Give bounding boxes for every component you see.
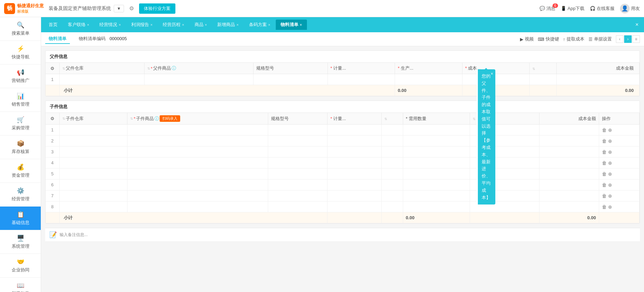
copy-row-7-btn[interactable]: ⊕: [608, 193, 612, 199]
copy-row-3-btn[interactable]: ⊕: [608, 149, 612, 155]
tab-business-history[interactable]: 经营历程 ×: [158, 20, 189, 30]
tab-new-product[interactable]: 新增商品 ×: [212, 20, 243, 30]
app-download-btn[interactable]: 📱 App下载: [561, 5, 584, 12]
child-row-6-unit[interactable]: [327, 179, 381, 190]
child-row-8-product[interactable]: [127, 201, 268, 212]
single-setting-btn[interactable]: ☰ 单据设置: [589, 36, 612, 42]
delete-row-6-btn[interactable]: 🗑: [602, 182, 607, 188]
child-row-1-quantity[interactable]: [403, 125, 470, 136]
child-row-7-product[interactable]: [127, 190, 268, 201]
parent-row-1-production[interactable]: [395, 74, 462, 85]
close-customers-icon[interactable]: ×: [87, 23, 89, 27]
child-row-7-warehouse[interactable]: [59, 190, 127, 201]
child-row-3-spec[interactable]: [268, 147, 327, 157]
close-products-icon[interactable]: ×: [205, 23, 207, 27]
child-row-3-warehouse[interactable]: [59, 147, 127, 157]
tab-barcode[interactable]: 条码方案 ×: [244, 20, 275, 30]
child-row-5-product[interactable]: [127, 168, 268, 179]
copy-row-6-btn[interactable]: ⊕: [608, 182, 612, 188]
child-row-8-unit[interactable]: [327, 201, 381, 212]
delete-row-3-btn[interactable]: 🗑: [602, 149, 607, 155]
child-row-6-quantity[interactable]: [403, 179, 470, 190]
close-profit-icon[interactable]: ×: [150, 23, 152, 27]
trial-button[interactable]: 体验行业方案: [139, 3, 175, 14]
system-dropdown-btn[interactable]: ▼: [114, 5, 124, 12]
view-video-btn[interactable]: ▶ 视频: [520, 36, 534, 42]
nav-next-btn[interactable]: ›: [624, 35, 632, 43]
close-newproduct-icon[interactable]: ×: [236, 23, 238, 27]
close-bom-icon[interactable]: ×: [300, 23, 302, 27]
child-row-2-quantity[interactable]: [403, 136, 470, 147]
child-col-settings[interactable]: ⚙: [46, 113, 59, 125]
sidebar-item-purchase[interactable]: 🛒 采购管理: [0, 112, 41, 136]
sidebar-item-system[interactable]: 🖥️ 系统管理: [0, 230, 41, 254]
child-row-6-warehouse[interactable]: [59, 179, 127, 190]
copy-row-4-btn[interactable]: ⊕: [608, 160, 612, 166]
child-row-1-spec[interactable]: [268, 125, 327, 136]
child-row-2-spec[interactable]: [268, 136, 327, 147]
sidebar-item-basic-info[interactable]: 📋 基础信息: [0, 207, 41, 230]
sidebar-item-sales[interactable]: 📊 销售管理: [0, 88, 41, 112]
child-row-7-spec[interactable]: [268, 190, 327, 201]
child-row-8-warehouse[interactable]: [59, 201, 127, 212]
child-row-4-quantity[interactable]: [403, 157, 470, 168]
child-row-4-unit[interactable]: [327, 157, 381, 168]
child-row-1-product[interactable]: [127, 125, 268, 136]
child-row-5-unit[interactable]: [327, 168, 381, 179]
tab-operations-status[interactable]: 经营情况 ×: [95, 20, 125, 30]
close-barcode-icon[interactable]: ×: [268, 23, 270, 27]
delete-row-5-btn[interactable]: 🗑: [602, 171, 607, 177]
parent-row-1-cost[interactable]: [462, 74, 530, 85]
sidebar-item-finance[interactable]: 💰 资金管理: [0, 159, 41, 183]
child-row-3-product[interactable]: [127, 147, 268, 157]
close-history-icon[interactable]: ×: [182, 23, 184, 27]
tooltip-close-btn[interactable]: ×: [491, 71, 493, 77]
child-row-5-warehouse[interactable]: [59, 168, 127, 179]
child-row-2-unit[interactable]: [327, 136, 381, 147]
sidebar-item-operations[interactable]: ⚙️ 经营管理: [0, 183, 41, 207]
parent-row-1-unit[interactable]: [327, 74, 395, 85]
copy-row-1-btn[interactable]: ⊕: [608, 127, 612, 133]
parent-col-settings[interactable]: ⚙: [46, 63, 59, 74]
child-row-5-quantity[interactable]: [403, 168, 470, 179]
sidebar-item-search[interactable]: 🔍 搜索菜单: [0, 17, 41, 41]
online-service-btn[interactable]: 🎧 在线客服: [590, 5, 615, 12]
copy-row-8-btn[interactable]: ⊕: [608, 204, 612, 210]
delete-row-4-btn[interactable]: 🗑: [602, 160, 607, 166]
child-row-7-quantity[interactable]: [403, 190, 470, 201]
parent-row-1-product[interactable]: [144, 74, 253, 85]
child-row-8-spec[interactable]: [268, 201, 327, 212]
child-row-3-quantity[interactable]: [403, 147, 470, 157]
sub-tab-bom[interactable]: 物料清单: [45, 34, 70, 44]
sidebar-item-inventory[interactable]: 📦 库存核算: [0, 136, 41, 159]
sidebar-item-quick-nav[interactable]: ⚡ 快捷导航: [0, 41, 41, 65]
child-row-2-product[interactable]: [127, 136, 268, 147]
child-row-7-unit[interactable]: [327, 190, 381, 201]
tab-profit-report[interactable]: 利润报告 ×: [126, 20, 157, 30]
child-row-1-unit[interactable]: [327, 125, 381, 136]
parent-row-1-spec[interactable]: [253, 74, 327, 85]
close-all-tabs-btn[interactable]: ×: [633, 20, 641, 29]
tab-customers[interactable]: 客户联络 ×: [63, 20, 94, 30]
child-row-6-spec[interactable]: [268, 179, 327, 190]
settings-icon[interactable]: ⚙: [127, 4, 136, 13]
copy-row-2-btn[interactable]: ⊕: [608, 138, 612, 144]
shortcut-btn[interactable]: ⌨ 快捷键: [538, 36, 559, 42]
sidebar-item-enterprise[interactable]: 🤝 企业协同: [0, 254, 41, 278]
tab-home[interactable]: 首页: [44, 20, 62, 30]
delete-row-1-btn[interactable]: 🗑: [602, 127, 607, 133]
close-operations-icon[interactable]: ×: [119, 23, 121, 27]
tab-bom[interactable]: 物料清单 ×: [276, 20, 307, 30]
child-row-3-unit[interactable]: [327, 147, 381, 157]
nav-list-btn[interactable]: ≡: [632, 35, 640, 43]
child-row-8-quantity[interactable]: [403, 201, 470, 212]
parent-row-1-warehouse[interactable]: [59, 74, 144, 85]
sidebar-item-marketing[interactable]: 📢 营销推广: [0, 65, 41, 88]
child-row-2-warehouse[interactable]: [59, 136, 127, 147]
child-row-4-spec[interactable]: [268, 157, 327, 168]
message-btn[interactable]: 💬 消息 6: [540, 5, 555, 12]
delete-row-2-btn[interactable]: 🗑: [602, 138, 607, 144]
tab-products[interactable]: 商品 ×: [190, 20, 212, 30]
scan-input-btn[interactable]: 扫码录入: [160, 115, 180, 122]
sidebar-item-guide[interactable]: 📖 新手引导: [0, 278, 41, 292]
